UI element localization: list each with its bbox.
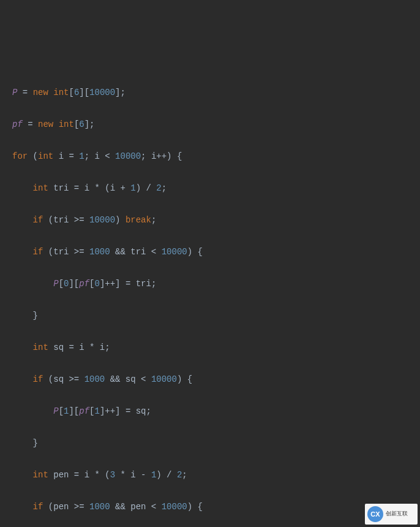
field-pf: pf [12, 119, 23, 129]
code-line: int pen = i * (3 * i - 1) / 2; [12, 467, 420, 483]
logo-text: 创新互联 [386, 511, 408, 517]
code-line: } [12, 435, 420, 451]
code-line: if (sq >= 1000 && sq < 10000) { [12, 371, 420, 387]
code-line: if (pen >= 1000 && pen < 10000) { [12, 499, 420, 515]
code-line: } [12, 308, 420, 324]
code-block: P = new int[6][10000]; pf = new int[6]; … [12, 69, 420, 527]
code-line: int tri = i * (i + 1) / 2; [12, 180, 420, 196]
code-line: P = new int[6][10000]; [12, 85, 420, 100]
code-line: for (int i = 1; i < 10000; i++) { [12, 148, 420, 164]
logo-icon: CX [367, 506, 383, 522]
code-line: P[0][pf[0]++] = tri; [12, 276, 420, 292]
code-line: pf = new int[6]; [12, 116, 420, 132]
code-line: int sq = i * i; [12, 339, 420, 355]
watermark-logo: CX 创新互联 [365, 504, 418, 525]
code-line: if (tri >= 10000) break; [12, 212, 420, 228]
code-line: if (tri >= 1000 && tri < 10000) { [12, 244, 420, 260]
code-line: P[1][pf[1]++] = sq; [12, 403, 420, 419]
